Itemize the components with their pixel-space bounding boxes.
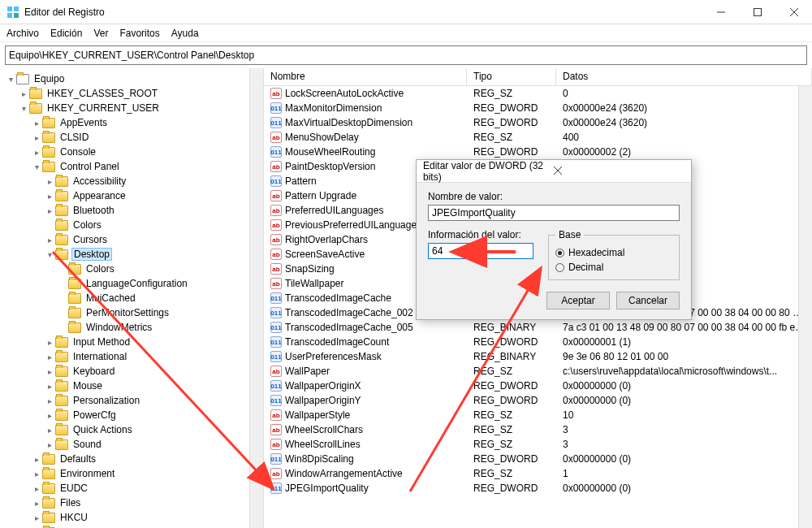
tree-item[interactable]: Colors [3, 262, 263, 276]
tree-item[interactable]: ▸Input Method [3, 335, 263, 349]
cancel-button[interactable]: Cancelar [616, 292, 680, 309]
menu-favoritos[interactable]: Favoritos [119, 28, 159, 39]
value-row[interactable]: 011MaxMonitorDimensionREG_DWORD0x00000e2… [264, 101, 812, 115]
value-row[interactable]: abWindowArrangementActiveREG_SZ1 [264, 466, 812, 481]
svg-rect-5 [754, 8, 761, 15]
tree-item[interactable]: ▸Accessibility [3, 174, 263, 188]
radio-hexadecimal[interactable]: Hexadecimal [555, 247, 672, 258]
tree-item[interactable]: ▸Defaults [3, 452, 263, 466]
tree-item[interactable]: ▸Quick Actions [3, 422, 263, 437]
menu-ayuda[interactable]: Ayuda [171, 28, 199, 39]
column-type[interactable]: Tipo [467, 68, 556, 85]
title-bar: Editor del Registro [0, 0, 812, 24]
value-row[interactable]: abWheelScrollCharsREG_SZ3 [264, 422, 812, 437]
menu-archivo[interactable]: Archivo [6, 28, 39, 39]
ok-button[interactable]: Aceptar [546, 292, 610, 309]
tree-item[interactable]: ▸AppEvents [3, 115, 263, 130]
tree-scrollbar[interactable] [249, 68, 263, 528]
string-icon: ab [270, 132, 282, 143]
tree-item[interactable]: ▸Personalization [3, 393, 263, 408]
svg-rect-0 [7, 6, 12, 11]
minimize-button[interactable] [702, 0, 739, 24]
value-row[interactable]: 011TranscodedImageCountREG_DWORD0x000000… [264, 335, 812, 349]
value-row[interactable]: 011Win8DpiScalingREG_DWORD0x00000000 (0) [264, 452, 812, 466]
tree-item[interactable]: ▸Appearance [3, 188, 263, 203]
dword-icon: 011 [270, 453, 282, 465]
address-bar[interactable]: Equipo\HKEY_CURRENT_USER\Control Panel\D… [5, 45, 807, 65]
radio-dot-icon [555, 249, 564, 258]
value-row[interactable]: abMenuShowDelayREG_SZ400 [264, 130, 812, 145]
tree-item[interactable]: ▸Files [3, 496, 263, 510]
radio-decimal[interactable]: Decimal [555, 262, 672, 273]
tree-panel[interactable]: ▾Equipo▸HKEY_CLASSES_ROOT▾HKEY_CURRENT_U… [0, 68, 264, 528]
string-icon: ab [270, 190, 282, 201]
string-icon: ab [270, 366, 282, 377]
tree-item[interactable]: ▸Console [3, 145, 263, 159]
dword-icon: 011 [270, 351, 282, 362]
tree-item[interactable]: ▸CLSID [3, 130, 263, 145]
base-legend: Base [555, 229, 584, 240]
tree-item[interactable]: ▸Keyboard [3, 364, 263, 379]
string-icon: ab [270, 249, 282, 260]
value-name-label: Nombre de valor: [428, 191, 680, 202]
tree-item[interactable]: ▸Sound [3, 437, 263, 452]
value-row[interactable]: 011WallpaperOriginXREG_DWORD0x00000000 (… [264, 379, 812, 393]
dword-icon: 011 [270, 322, 282, 333]
value-row[interactable]: abWheelScrollLinesREG_SZ3 [264, 437, 812, 452]
tree-item[interactable]: WindowMetrics [3, 320, 263, 335]
string-icon: ab [270, 439, 282, 450]
tree-item[interactable]: LanguageConfiguration [3, 276, 263, 291]
dialog-close-icon[interactable] [554, 166, 685, 177]
column-name[interactable]: Nombre [264, 68, 467, 85]
value-name-input[interactable] [428, 205, 680, 221]
tree-item[interactable]: ▸Environment [3, 466, 263, 481]
value-row[interactable]: 011UserPreferencesMaskREG_BINARY9e 3e 06… [264, 349, 812, 364]
dword-icon: 011 [270, 483, 282, 494]
dword-icon: 011 [270, 146, 282, 158]
tree-item[interactable]: ▸PowerCfg [3, 408, 263, 422]
string-icon: ab [270, 263, 282, 275]
tree-item[interactable]: Colors [3, 218, 263, 232]
string-icon: ab [270, 88, 282, 99]
edit-dword-dialog: Editar valor de DWORD (32 bits) Nombre d… [416, 159, 692, 320]
menu-bar: Archivo Edición Ver Favoritos Ayuda [0, 24, 812, 42]
string-icon: ab [270, 234, 282, 245]
tree-item[interactable]: ▸Bluetooth [3, 203, 263, 218]
close-button[interactable] [775, 0, 812, 24]
tree-item[interactable]: ▸Cursors [3, 232, 263, 247]
svg-rect-2 [7, 13, 12, 18]
menu-ver[interactable]: Ver [93, 28, 108, 39]
tree-item[interactable]: ▾HKEY_CURRENT_USER [3, 101, 263, 115]
tree-root[interactable]: ▾Equipo [3, 71, 263, 86]
tree-item[interactable]: ▸EUDC [3, 481, 263, 496]
value-row[interactable]: 011WallpaperOriginYREG_DWORD0x00000000 (… [264, 393, 812, 408]
value-row[interactable]: 011MouseWheelRoutingREG_DWORD0x00000002 … [264, 145, 812, 159]
tree-item[interactable]: ▸Keyboard Layout [3, 525, 263, 528]
tree-item[interactable]: ▾Control Panel [3, 159, 263, 174]
string-icon: ab [270, 205, 282, 216]
list-scrollbar[interactable] [798, 86, 812, 528]
value-row[interactable]: abWallPaperREG_SZc:\users\ruvel\appdata\… [264, 364, 812, 379]
tree-item[interactable]: ▸Mouse [3, 379, 263, 393]
tree-item[interactable]: ▸HKEY_CLASSES_ROOT [3, 86, 263, 101]
menu-edicion[interactable]: Edición [50, 28, 82, 39]
maximize-button[interactable] [739, 0, 775, 24]
tree-item[interactable]: ▸International [3, 349, 263, 364]
dword-icon: 011 [270, 292, 282, 304]
value-row[interactable]: abWallpaperStyleREG_SZ10 [264, 408, 812, 422]
column-data[interactable]: Datos [556, 68, 812, 85]
value-row[interactable]: 011MaxVirtualDesktopDimensionREG_DWORD0x… [264, 115, 812, 130]
tree-item[interactable]: PerMonitorSettings [3, 305, 263, 320]
dialog-title-bar[interactable]: Editar valor de DWORD (32 bits) [417, 160, 691, 183]
string-icon: ab [270, 278, 282, 289]
value-row[interactable]: abLockScreenAutoLockActiveREG_SZ0 [264, 86, 812, 101]
address-text: Equipo\HKEY_CURRENT_USER\Control Panel\D… [9, 50, 254, 61]
string-icon: ab [270, 219, 282, 231]
value-row[interactable]: 011JPEGImportQualityREG_DWORD0x00000000 … [264, 481, 812, 496]
tree-item[interactable]: ▸HKCU [3, 510, 263, 525]
tree-item[interactable]: ▾Desktop [3, 247, 263, 262]
value-row[interactable]: 011TranscodedImageCache_005REG_BINARY7a … [264, 320, 812, 335]
dword-icon: 011 [270, 336, 282, 348]
value-data-input[interactable] [428, 243, 533, 259]
tree-item[interactable]: MuiCached [3, 291, 263, 305]
